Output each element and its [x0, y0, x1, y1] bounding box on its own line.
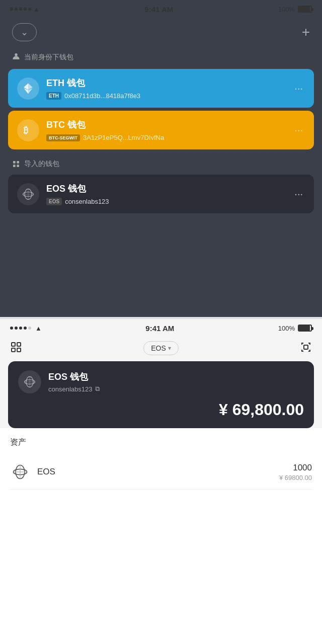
screen2: ▲ 9:41 AM 100% EOS ▾: [0, 319, 322, 644]
eth-wallet-name: ETH 钱包: [46, 77, 285, 89]
svg-text:₿: ₿: [24, 125, 28, 135]
identity-dropdown[interactable]: ⌄: [12, 23, 37, 41]
btc-tag: BTC-SEGWIT: [46, 134, 80, 141]
eos-wallet-icon: [17, 183, 39, 205]
status-bar-2: ▲ 9:41 AM 100%: [0, 319, 322, 337]
svg-rect-11: [17, 165, 19, 167]
battery-icon-2: [298, 325, 312, 332]
eos-amount-main: 1000: [279, 463, 312, 473]
eos-addr-row: EOS consenlabs123: [46, 198, 285, 205]
top-nav-2: EOS ▾: [0, 337, 322, 361]
battery-icon: [298, 6, 312, 13]
assets-title: 资产: [10, 437, 312, 448]
imported-label-text: 导入的钱包: [24, 159, 59, 169]
eos-wallet-name: EOS 钱包: [46, 183, 285, 195]
eos-selector-label: EOS: [151, 344, 166, 352]
btc-wallet-icon: ₿: [17, 119, 39, 141]
btc-addr-row: BTC-SEGWIT 3A1zP1eP5Q...Lmv7DIvfNa: [46, 134, 285, 141]
eos-card-name: EOS 钱包: [48, 371, 304, 383]
eth-wallet-icon: [17, 77, 39, 100]
add-wallet-button[interactable]: +: [302, 24, 310, 40]
eos-card-info: EOS 钱包 consenlabs123 ⧉: [48, 371, 304, 393]
svg-rect-20: [304, 345, 308, 349]
eos-network-selector[interactable]: EOS ▾: [143, 341, 179, 355]
eos-main-icon: [18, 370, 41, 393]
eos-balance: ¥ 69,800.00: [18, 400, 304, 419]
current-identity-section: 当前身份下钱包: [0, 46, 322, 66]
top-nav-1: ⌄ +: [0, 18, 322, 46]
eos-asset-icon: [10, 462, 30, 482]
person-icon: [12, 52, 20, 62]
eos-asset-amounts: 1000 ¥ 69800.00: [279, 463, 312, 481]
eos-main-card: EOS 钱包 consenlabs123 ⧉ ¥ 69,800.00: [8, 361, 314, 428]
btc-wallet-card[interactable]: ₿ BTC 钱包 BTC-SEGWIT 3A1zP1eP5Q...Lmv7DIv…: [8, 111, 314, 149]
battery-percent-2: 100%: [278, 325, 295, 332]
btc-wallet-info: BTC 钱包 BTC-SEGWIT 3A1zP1eP5Q...Lmv7DIvfN…: [46, 119, 285, 141]
imported-section-label: 导入的钱包: [0, 152, 322, 172]
btc-wallet-name: BTC 钱包: [46, 119, 285, 131]
eth-tag: ETH: [46, 92, 61, 100]
eos-wallet-info: EOS 钱包 EOS consenlabs123: [46, 183, 285, 205]
svg-rect-19: [17, 348, 21, 352]
eos-card-addr-row: consenlabs123 ⧉: [48, 385, 304, 393]
eos-wallet-card[interactable]: EOS 钱包 EOS consenlabs123 ···: [8, 175, 314, 213]
btc-more-button[interactable]: ···: [292, 122, 305, 138]
eth-more-button[interactable]: ···: [292, 80, 305, 96]
eos-address: consenlabs123: [65, 198, 109, 205]
wifi-icon-2: ▲: [35, 325, 42, 332]
eos-amount-cny: ¥ 69800.00: [279, 474, 312, 481]
eth-wallet-info: ETH 钱包 ETH 0x08711d3b...8418a7f8e3: [46, 77, 285, 100]
signal-dots-2: [10, 327, 31, 330]
status-left-2: ▲: [10, 325, 42, 332]
status-right: 100%: [278, 6, 312, 13]
svg-point-0: [15, 53, 17, 56]
current-section-label: 当前身份下钱包: [24, 53, 73, 62]
wifi-icon: ▲: [33, 6, 40, 13]
grid-icon[interactable]: [10, 341, 22, 355]
svg-rect-17: [17, 343, 21, 346]
svg-rect-10: [13, 165, 16, 167]
status-right-2: 100%: [278, 325, 312, 332]
status-left: ▲: [10, 6, 40, 13]
svg-rect-16: [12, 343, 15, 346]
eos-more-button[interactable]: ···: [292, 186, 305, 202]
screen1: ▲ 9:41 AM 100% ⌄ + 当前身份下钱包: [0, 0, 322, 317]
btc-address: 3A1zP1eP5Q...Lmv7DIvfNa: [83, 134, 164, 141]
eos-card-address: consenlabs123: [48, 385, 92, 393]
scan-button[interactable]: [300, 341, 312, 355]
eth-address: 0x08711d3b...8418a7f8e3: [64, 92, 140, 100]
screen2-spacer: [0, 490, 322, 644]
signal-dots: [10, 8, 31, 11]
svg-rect-9: [17, 161, 19, 164]
chevron-down-icon: ⌄: [21, 27, 28, 38]
eos-asset-row[interactable]: EOS 1000 ¥ 69800.00: [10, 455, 312, 490]
eth-wallet-card[interactable]: ETH 钱包 ETH 0x08711d3b...8418a7f8e3 ···: [8, 69, 314, 108]
eos-tag: EOS: [46, 198, 62, 205]
svg-rect-18: [12, 348, 15, 352]
status-time-1: 9:41 AM: [144, 5, 173, 14]
eos-selector-chevron: ▾: [168, 345, 171, 352]
status-bar-1: ▲ 9:41 AM 100%: [0, 0, 322, 18]
battery-percent: 100%: [278, 6, 295, 13]
copy-icon[interactable]: ⧉: [95, 385, 100, 393]
svg-rect-8: [13, 161, 16, 164]
assets-section: 资产 EOS 1000 ¥ 69800.00: [0, 428, 322, 490]
eos-card-top: EOS 钱包 consenlabs123 ⧉: [18, 370, 304, 393]
eos-asset-name: EOS: [37, 467, 279, 477]
eth-addr-row: ETH 0x08711d3b...8418a7f8e3: [46, 92, 285, 100]
status-time-2: 9:41 AM: [145, 324, 174, 333]
